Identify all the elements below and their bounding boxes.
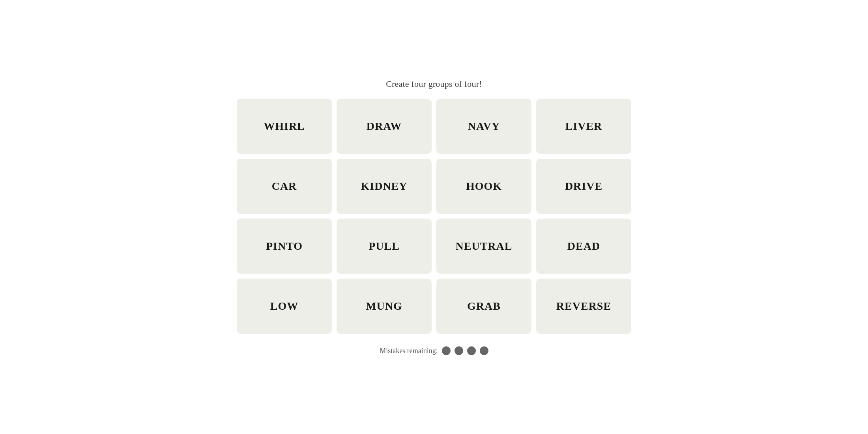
mistake-dot-1 xyxy=(442,346,451,355)
word-label-whirl: WHIRL xyxy=(264,120,305,133)
word-tile-navy[interactable]: NAVY xyxy=(436,99,531,154)
word-tile-grab[interactable]: GRAB xyxy=(436,279,531,334)
word-tile-hook[interactable]: HOOK xyxy=(436,159,531,214)
mistakes-dots xyxy=(442,346,488,355)
game-container: Create four groups of four! WHIRLDRAWNAV… xyxy=(237,79,631,355)
word-label-liver: LIVER xyxy=(565,120,602,133)
word-label-grab: GRAB xyxy=(467,300,501,312)
mistake-dot-2 xyxy=(455,346,463,355)
mistake-dot-3 xyxy=(467,346,476,355)
word-tile-reverse[interactable]: REVERSE xyxy=(536,279,631,334)
word-tile-liver[interactable]: LIVER xyxy=(536,99,631,154)
word-tile-kidney[interactable]: KIDNEY xyxy=(337,159,432,214)
word-label-drive: DRIVE xyxy=(565,180,602,193)
word-label-reverse: REVERSE xyxy=(556,300,611,312)
word-label-dead: DEAD xyxy=(567,240,600,253)
word-tile-draw[interactable]: DRAW xyxy=(337,99,432,154)
word-tile-whirl[interactable]: WHIRL xyxy=(237,99,332,154)
word-tile-car[interactable]: CAR xyxy=(237,159,332,214)
word-tile-pinto[interactable]: PINTO xyxy=(237,219,332,274)
word-label-kidney: KIDNEY xyxy=(361,180,407,193)
word-tile-low[interactable]: LOW xyxy=(237,279,332,334)
word-label-hook: HOOK xyxy=(466,180,502,193)
word-label-navy: NAVY xyxy=(468,120,500,133)
word-label-draw: DRAW xyxy=(367,120,402,133)
word-label-mung: MUNG xyxy=(366,300,402,312)
mistake-dot-4 xyxy=(480,346,488,355)
mistakes-area: Mistakes remaining: xyxy=(380,346,488,355)
word-label-car: CAR xyxy=(272,180,297,193)
word-label-pull: PULL xyxy=(369,240,400,253)
word-tile-pull[interactable]: PULL xyxy=(337,219,432,274)
word-tile-drive[interactable]: DRIVE xyxy=(536,159,631,214)
game-subtitle: Create four groups of four! xyxy=(386,79,482,89)
word-label-neutral: NEUTRAL xyxy=(456,240,513,253)
word-label-low: LOW xyxy=(270,300,298,312)
word-tile-neutral[interactable]: NEUTRAL xyxy=(436,219,531,274)
word-tile-dead[interactable]: DEAD xyxy=(536,219,631,274)
mistakes-label: Mistakes remaining: xyxy=(380,347,438,355)
word-label-pinto: PINTO xyxy=(266,240,303,253)
word-tile-mung[interactable]: MUNG xyxy=(337,279,432,334)
word-grid: WHIRLDRAWNAVYLIVERCARKIDNEYHOOKDRIVEPINT… xyxy=(237,99,631,334)
